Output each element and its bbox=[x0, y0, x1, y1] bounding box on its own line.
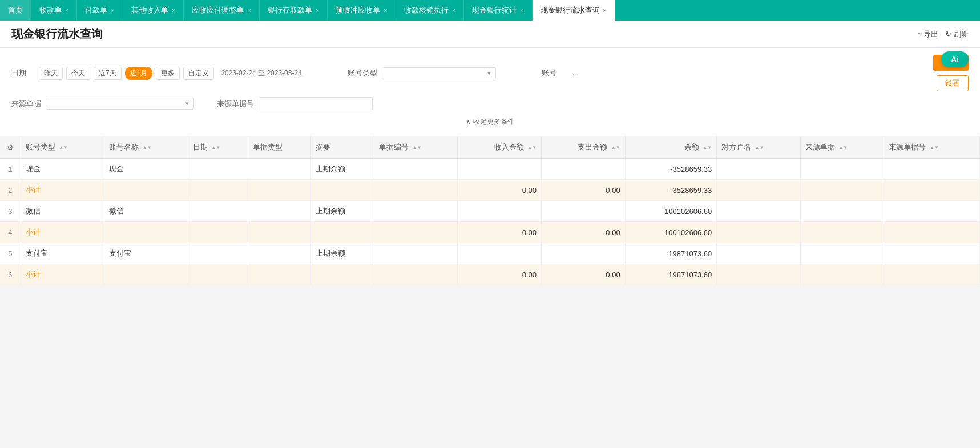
table-header-row: ⚙ 账号类型 ▲▼ 账号名称 ▲▼ 日期 ▲▼ 单据类型 摘要 bbox=[0, 136, 980, 159]
table-row: 3微信微信上期余额100102606.60 bbox=[0, 201, 980, 222]
cell-source-doc-no bbox=[884, 222, 980, 243]
balance-column-header: 余额 ▲▼ bbox=[625, 136, 717, 159]
cell-balance: -3528659.33 bbox=[625, 159, 717, 180]
cell-income: 0.00 bbox=[458, 180, 542, 201]
nav-cash-stats[interactable]: 现金银行统计 × bbox=[464, 0, 532, 21]
close-icon[interactable]: × bbox=[111, 7, 114, 14]
nav-home[interactable]: 首页 bbox=[0, 0, 31, 21]
cell-source-doc-no bbox=[884, 243, 980, 264]
cell-doc-type bbox=[248, 159, 311, 180]
counterpart-column-header: 对方户名 ▲▼ bbox=[717, 136, 801, 159]
source-doc-filter: 来源单据 ▾ bbox=[11, 98, 194, 110]
date-btn-custom[interactable]: 自定义 bbox=[183, 67, 214, 80]
cell-source-doc-no bbox=[884, 264, 980, 285]
cell-summary: 上期余额 bbox=[311, 159, 374, 180]
ai-badge[interactable]: Ai bbox=[941, 51, 969, 67]
income-column-header: 收入金额 ▲▼ bbox=[458, 136, 542, 159]
account-more-btn[interactable]: ... bbox=[569, 68, 582, 78]
sort-icon[interactable]: ▲▼ bbox=[611, 146, 620, 150]
cell-summary bbox=[311, 264, 374, 285]
close-icon[interactable]: × bbox=[452, 7, 455, 14]
cell-account-name bbox=[104, 222, 188, 243]
cell-source-doc bbox=[800, 222, 884, 243]
cell-account-name bbox=[104, 264, 188, 285]
cell-doc-type bbox=[248, 264, 311, 285]
cell-source-doc-no bbox=[884, 159, 980, 180]
sort-icon[interactable]: ▲▼ bbox=[143, 146, 152, 150]
source-doc-no-input[interactable] bbox=[259, 97, 373, 110]
account-type-label: 账号类型 bbox=[348, 68, 377, 78]
close-icon[interactable]: × bbox=[65, 7, 68, 14]
cell-summary: 上期余额 bbox=[311, 243, 374, 264]
table-row: 2小计0.000.00-3528659.33 bbox=[0, 180, 980, 201]
nav-advance[interactable]: 预收冲应收单 × bbox=[328, 0, 396, 21]
cell-counterpart bbox=[717, 264, 801, 285]
cell-balance: 19871073.60 bbox=[625, 243, 717, 264]
date-btn-today[interactable]: 今天 bbox=[66, 67, 90, 80]
nav-payment[interactable]: 付款单 × bbox=[77, 0, 123, 21]
refresh-button[interactable]: ↻ 刷新 bbox=[945, 29, 969, 39]
filter-area: 日期 昨天 今天 近7天 近1月 更多 自定义 2023-02-24 至 202… bbox=[0, 48, 980, 136]
cell-doc-type bbox=[248, 201, 311, 222]
table-container: ⚙ 账号类型 ▲▼ 账号名称 ▲▼ 日期 ▲▼ 单据类型 摘要 bbox=[0, 136, 980, 285]
sort-icon[interactable]: ▲▼ bbox=[755, 146, 764, 150]
export-icon: ↑ bbox=[918, 30, 922, 38]
cell-income: 0.00 bbox=[458, 264, 542, 285]
nav-cash-flow[interactable]: 现金银行流水查询 × bbox=[533, 0, 615, 21]
cell-counterpart bbox=[717, 243, 801, 264]
nav-other-income[interactable]: 其他收入单 × bbox=[123, 0, 184, 21]
row-number: 6 bbox=[0, 264, 21, 285]
nav-receipt[interactable]: 收款单 × bbox=[31, 0, 77, 21]
close-icon[interactable]: × bbox=[520, 7, 523, 14]
sort-icon[interactable]: ▲▼ bbox=[59, 146, 68, 150]
sort-icon[interactable]: ▲▼ bbox=[527, 146, 537, 150]
cell-source-doc bbox=[800, 264, 884, 285]
date-btn-yesterday[interactable]: 昨天 bbox=[39, 67, 63, 80]
collapse-icon: ∧ bbox=[466, 118, 471, 126]
cell-doc-no bbox=[374, 243, 458, 264]
account-type-select[interactable]: ▾ bbox=[382, 67, 496, 79]
source-doc-select[interactable]: ▾ bbox=[46, 98, 194, 110]
close-icon[interactable]: × bbox=[316, 7, 319, 14]
cell-balance: 19871073.60 bbox=[625, 264, 717, 285]
close-icon[interactable]: × bbox=[172, 7, 175, 14]
nav-collect-verify[interactable]: 收款核销执行 × bbox=[396, 0, 464, 21]
nav-bank-deposit[interactable]: 银行存取款单 × bbox=[260, 0, 328, 21]
date-btn-1month[interactable]: 近1月 bbox=[125, 67, 153, 80]
refresh-icon: ↻ bbox=[945, 30, 951, 38]
cell-doc-type bbox=[248, 222, 311, 243]
cell-income bbox=[458, 201, 542, 222]
close-icon[interactable]: × bbox=[247, 7, 251, 14]
sort-icon[interactable]: ▲▼ bbox=[412, 146, 421, 150]
cell-expense bbox=[542, 201, 626, 222]
top-nav: 首页 收款单 × 付款单 × 其他收入单 × 应收应付调整单 × 银行存取款单 … bbox=[0, 0, 980, 21]
nav-adjustment[interactable]: 应收应付调整单 × bbox=[184, 0, 259, 21]
sort-icon[interactable]: ▲▼ bbox=[930, 146, 939, 150]
sort-icon[interactable]: ▲▼ bbox=[211, 146, 220, 150]
source-doc-column-header: 来源单据 ▲▼ bbox=[800, 136, 884, 159]
cell-source-doc-no bbox=[884, 180, 980, 201]
cell-account-type: 小计 bbox=[21, 222, 104, 243]
table-row: 5支付宝支付宝上期余额19871073.60 bbox=[0, 243, 980, 264]
cell-income bbox=[458, 243, 542, 264]
sort-icon[interactable]: ▲▼ bbox=[703, 146, 712, 150]
collapse-button[interactable]: ∧ 收起更多条件 bbox=[11, 115, 969, 129]
cell-expense bbox=[542, 243, 626, 264]
account-type-column-header: 账号类型 ▲▼ bbox=[21, 136, 104, 159]
close-icon[interactable]: × bbox=[384, 7, 387, 14]
close-icon[interactable]: × bbox=[603, 7, 607, 14]
date-btn-7days[interactable]: 近7天 bbox=[94, 67, 122, 80]
cell-expense: 0.00 bbox=[542, 264, 626, 285]
cell-doc-no bbox=[374, 159, 458, 180]
table-row: 4小计0.000.00100102606.60 bbox=[0, 222, 980, 243]
settings-button[interactable]: 设置 bbox=[937, 75, 969, 91]
cell-account-name: 现金 bbox=[104, 159, 188, 180]
gear-column-header[interactable]: ⚙ bbox=[0, 136, 21, 159]
date-btn-more[interactable]: 更多 bbox=[156, 67, 180, 80]
row-number: 3 bbox=[0, 201, 21, 222]
sort-icon[interactable]: ▲▼ bbox=[838, 146, 848, 150]
export-button[interactable]: ↑ 导出 bbox=[918, 29, 939, 39]
row-number: 2 bbox=[0, 180, 21, 201]
cell-source-doc-no bbox=[884, 201, 980, 222]
row-number: 1 bbox=[0, 159, 21, 180]
